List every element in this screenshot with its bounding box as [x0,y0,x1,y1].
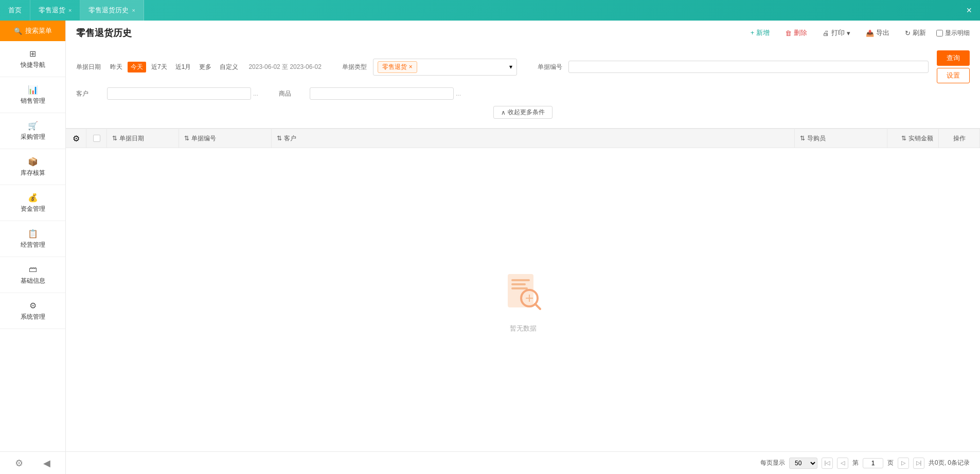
display-detail-input[interactable] [936,30,943,37]
col-guide-label: 导购员 [807,134,826,143]
col-bill-no: ⇅ 单据编号 [179,129,272,148]
new-button[interactable]: + 新增 [745,26,775,40]
empty-text: 暂无数据 [510,324,537,333]
tab-retail-return-history-close[interactable]: × [132,7,135,13]
filter-area: 单据日期 昨天 今天 近7天 近1月 更多 自定义 2023-06-02 至 2… [76,45,970,128]
customer-label: 客户 [76,89,107,98]
svg-rect-3 [511,287,528,289]
sidebar-search-label: 搜索菜单 [25,26,52,35]
date-btn-1month[interactable]: 近1月 [172,62,194,72]
svg-rect-1 [511,279,530,281]
export-button[interactable]: 📤 导出 [861,26,895,40]
sidebar-item-system-mgmt[interactable]: ⚙ 系统管理 [0,293,65,329]
bill-type-tag: 零售退货 × [378,61,417,73]
table-settings-icon: ⚙ [73,134,80,143]
window-close-button[interactable]: × [958,5,980,16]
inventory-icon: 📦 [28,156,38,167]
tab-retail-return-close[interactable]: × [68,7,72,13]
date-btn-custom[interactable]: 自定义 [217,62,241,72]
print-button[interactable]: 🖨 打印 ▾ [817,26,856,40]
tab-home[interactable]: 首页 [0,0,30,21]
date-btn-more[interactable]: 更多 [196,62,215,72]
tab-home-label: 首页 [8,6,22,15]
base-info-icon: 🗃 [28,264,38,275]
date-quick-buttons: 昨天 今天 近7天 近1月 更多 自定义 [107,62,241,72]
table-select-all-col[interactable] [86,129,107,148]
page-size-select[interactable]: 50 100 200 [789,458,817,469]
bill-type-tag-close[interactable]: × [409,63,413,70]
col-date-label: 单据日期 [119,134,144,143]
sidebar-item-purchase-mgmt[interactable]: 🛒 采购管理 [0,113,65,149]
purchase-icon: 🛒 [28,120,38,131]
bill-type-tag-label: 零售退货 [382,63,407,71]
tab-bar: 首页 零售退货 × 零售退货历史 × [0,0,958,21]
page-next-button[interactable]: ▷ [898,458,909,469]
sidebar-collapse-button[interactable]: ◀ [43,458,50,469]
col-guide: ⇅ 导购员 [795,129,887,148]
display-detail-label: 显示明细 [945,29,970,38]
sort-icon-date[interactable]: ⇅ [112,135,117,142]
sidebar-item-finance[interactable]: 💰 资金管理 [0,185,65,221]
export-label: 导出 [876,28,889,38]
collapse-button[interactable]: ∧ 收起更多条件 [493,106,553,119]
query-button[interactable]: 查询 [937,50,970,66]
goods-ellipsis: ... [456,90,461,97]
display-detail-checkbox[interactable]: 显示明细 [936,29,970,38]
col-bill-no-label: 单据编号 [191,134,216,143]
customer-input[interactable] [107,87,251,100]
page-go-label: 第 [852,459,859,467]
table-settings-col[interactable]: ⚙ [66,129,86,148]
page-first-button[interactable]: |◁ [822,458,833,469]
sales-icon: 📊 [28,84,38,95]
date-btn-today[interactable]: 今天 [128,62,146,72]
sidebar-item-base-info[interactable]: 🗃 基础信息 [0,257,65,293]
sidebar-item-operations[interactable]: 📋 经营管理 [0,221,65,257]
date-btn-7days[interactable]: 近7天 [148,62,170,72]
refresh-button[interactable]: ↻ 刷新 [900,26,931,40]
page-last-button[interactable]: ▷| [913,458,924,469]
delete-button[interactable]: 🗑 删除 [780,26,812,40]
goods-label: 商品 [279,89,310,98]
sort-icon-customer[interactable]: ⇅ [277,135,282,142]
sidebar-bottom: ⚙ ◀ [0,451,65,474]
sort-icon-amount[interactable]: ⇅ [901,135,906,142]
col-amount-label: 实销金额 [908,134,933,143]
sidebar-item-finance-label: 资金管理 [21,205,45,213]
page-unit-label: 页 [887,459,894,467]
page-prev-button[interactable]: ◁ [837,458,848,469]
bill-type-select[interactable]: 零售退货 × ▾ [373,59,517,76]
sort-icon-bill-no[interactable]: ⇅ [184,135,189,142]
tab-retail-return[interactable]: 零售退货 × [30,0,80,21]
date-btn-yesterday[interactable]: 昨天 [107,62,126,72]
sidebar-item-quick-nav[interactable]: ⊞ 快捷导航 [0,41,65,77]
export-icon: 📤 [866,29,874,37]
refresh-icon: ↻ [905,29,911,37]
quick-nav-icon: ⊞ [28,48,38,59]
collapse-bar: ∧ 收起更多条件 [76,104,970,123]
sidebar-item-base-info-label: 基础信息 [21,277,45,285]
sidebar-item-inventory[interactable]: 📦 库存核算 [0,149,65,185]
empty-state: 暂无数据 [66,148,980,451]
sidebar-settings-button[interactable]: ⚙ [15,458,23,469]
setting-button[interactable]: 设置 [937,68,970,83]
bill-type-label: 单据类型 [342,63,373,71]
sidebar-item-operations-label: 经营管理 [21,241,45,249]
tab-retail-return-history[interactable]: 零售退货历史 × [80,0,144,21]
main-layout: 🔍 搜索菜单 ⊞ 快捷导航 📊 销售管理 🛒 采购管理 📦 库存核算 💰 [0,21,980,474]
bill-no-input[interactable] [568,61,929,73]
pagination: 每页显示 50 100 200 |◁ ◁ 第 页 ▷ ▷| 共0页, 0条记录 [66,451,980,474]
print-label: 打印 [831,28,845,38]
topbar: 首页 零售退货 × 零售退货历史 × × [0,0,980,21]
sidebar-item-quick-nav-label: 快捷导航 [21,61,45,69]
page-total-label: 共0页, 0条记录 [929,459,970,467]
delete-label: 删除 [794,28,807,38]
delete-icon: 🗑 [785,29,792,37]
select-all-checkbox[interactable] [93,135,100,142]
tab-retail-return-history-label: 零售退货历史 [88,6,129,15]
empty-illustration [497,266,549,318]
sidebar-item-sales-mgmt[interactable]: 📊 销售管理 [0,77,65,113]
goods-input[interactable] [310,87,454,100]
sort-icon-guide[interactable]: ⇅ [800,135,805,142]
sidebar-search-button[interactable]: 🔍 搜索菜单 [0,21,65,41]
page-number-input[interactable] [863,458,883,468]
